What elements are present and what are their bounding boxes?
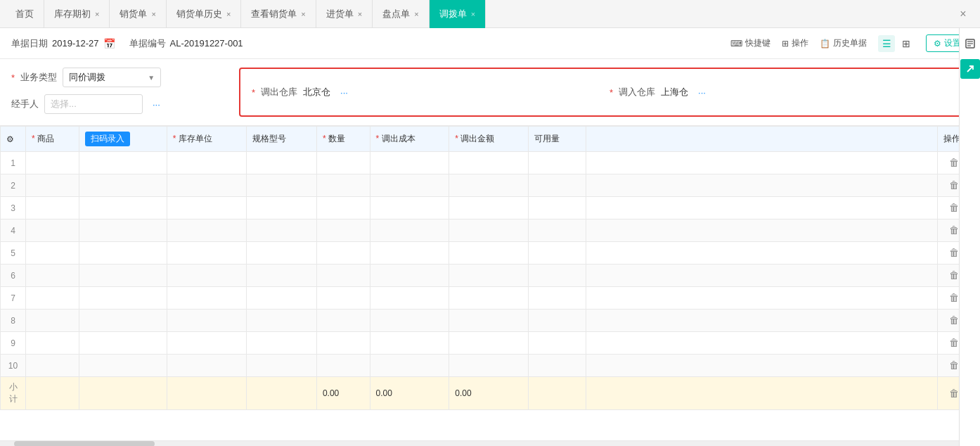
cell-unit[interactable] [167,242,246,265]
cell-unit[interactable] [167,355,246,377]
history-button[interactable]: 📋 历史单据 [820,37,867,49]
cell-product[interactable] [26,219,79,242]
cell-amount[interactable] [449,332,529,355]
tab-sales-history[interactable]: 销货单历史 × [167,0,241,28]
delete-icon[interactable]: 🗑 [949,292,959,303]
cell-cost[interactable] [370,219,449,242]
tab-inventory-init[interactable]: 库存期初 × [44,0,110,28]
horizontal-scrollbar[interactable] [0,440,980,446]
delete-icon[interactable]: 🗑 [949,157,959,168]
cell-qty[interactable] [316,265,370,287]
business-type-select[interactable]: 同价调拨 ▼ [63,68,161,87]
note-panel-icon[interactable] [960,34,980,53]
delete-icon[interactable]: 🗑 [949,388,959,399]
tab-inventory-init-close[interactable]: × [95,10,99,18]
cell-product[interactable] [26,152,79,174]
cell-spec[interactable] [246,219,316,242]
cell-product[interactable] [26,377,79,410]
cell-spec[interactable] [246,174,316,197]
cell-qty[interactable] [316,174,370,197]
cell-qty[interactable] [316,332,370,355]
tab-view-sales[interactable]: 查看销货单 × [241,0,316,28]
cell-amount[interactable] [449,219,529,242]
cell-spec[interactable] [246,377,316,410]
cell-unit[interactable] [167,332,246,355]
cell-unit[interactable] [167,265,246,287]
delete-icon[interactable]: 🗑 [949,224,959,236]
tab-transfer-close[interactable]: × [471,10,475,18]
cell-cost[interactable] [370,287,449,310]
cell-amount[interactable]: 0.00 [449,377,529,410]
operations-button[interactable]: ⊞ 操作 [782,37,808,49]
expand-panel-icon[interactable] [960,59,980,79]
cell-cost[interactable] [370,310,449,332]
layout-list-icon[interactable]: ☰ [878,35,895,52]
cell-cost[interactable]: 0.00 [370,377,449,410]
warehouse-in-more-icon[interactable]: ··· [698,87,706,98]
cell-spec[interactable] [246,242,316,265]
cell-unit[interactable] [167,377,246,410]
tab-sales-order-close[interactable]: × [151,10,155,18]
tab-purchase-close[interactable]: × [358,10,362,18]
cell-spec[interactable] [246,287,316,310]
cell-amount[interactable] [449,242,529,265]
delete-icon[interactable]: 🗑 [949,179,959,191]
delete-icon[interactable]: 🗑 [949,359,959,371]
cell-spec[interactable] [246,152,316,174]
tab-stocktake[interactable]: 盘点单 × [373,0,429,28]
cell-amount[interactable] [449,265,529,287]
cell-cost[interactable] [370,332,449,355]
cell-product[interactable] [26,332,79,355]
cell-qty[interactable] [316,219,370,242]
cell-spec[interactable] [246,355,316,377]
cell-product[interactable] [26,287,79,310]
scan-button[interactable]: 扫码录入 [85,132,130,146]
cell-amount[interactable] [449,287,529,310]
cell-cost[interactable] [370,152,449,174]
cell-product[interactable] [26,310,79,332]
tab-view-sales-close[interactable]: × [301,10,305,18]
tab-purchase[interactable]: 进货单 × [316,0,373,28]
cell-product[interactable] [26,242,79,265]
shortcut-button[interactable]: ⌨ 快捷键 [730,37,771,49]
cell-spec[interactable] [246,332,316,355]
tab-sales-order[interactable]: 销货单 × [110,0,166,28]
cell-unit[interactable] [167,197,246,219]
cell-amount[interactable] [449,152,529,174]
cell-amount[interactable] [449,174,529,197]
cell-cost[interactable] [370,355,449,377]
warehouse-out-more-icon[interactable]: ··· [340,87,348,98]
cell-spec[interactable] [246,310,316,332]
delete-icon[interactable]: 🗑 [949,269,959,281]
tab-home[interactable]: 首页 [6,0,44,28]
tab-sales-history-close[interactable]: × [226,10,231,18]
cell-qty[interactable] [316,197,370,219]
cell-unit[interactable] [167,287,246,310]
tab-stocktake-close[interactable]: × [414,10,418,18]
window-close-button[interactable]: × [952,0,974,28]
delete-icon[interactable]: 🗑 [949,314,959,326]
col-header-gear[interactable]: ⚙ [1,127,26,152]
cell-qty[interactable] [316,310,370,332]
cell-cost[interactable] [370,197,449,219]
delete-icon[interactable]: 🗑 [949,202,959,213]
cell-unit[interactable] [167,152,246,174]
layout-grid-icon[interactable]: ⊞ [898,35,915,52]
calendar-icon[interactable]: 📅 [103,38,115,49]
cell-qty[interactable] [316,242,370,265]
cell-amount[interactable] [449,355,529,377]
cell-product[interactable] [26,265,79,287]
cell-spec[interactable] [246,197,316,219]
cell-product[interactable] [26,174,79,197]
cell-qty[interactable]: 0.00 [316,377,370,410]
cell-qty[interactable] [316,152,370,174]
manager-select[interactable]: 选择... [44,94,143,114]
manager-more-icon[interactable]: ··· [153,99,160,110]
delete-icon[interactable]: 🗑 [949,337,959,348]
cell-product[interactable] [26,197,79,219]
cell-unit[interactable] [167,310,246,332]
cell-cost[interactable] [370,242,449,265]
cell-spec[interactable] [246,265,316,287]
cell-cost[interactable] [370,174,449,197]
tab-transfer[interactable]: 调拨单 × [430,0,486,28]
